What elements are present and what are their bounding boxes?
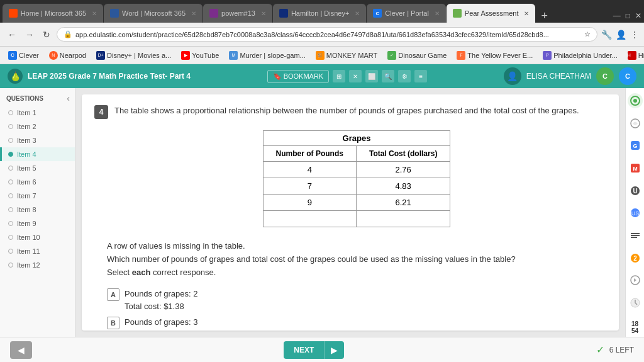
nearpod-icon: N <box>49 51 58 60</box>
item-4-dot <box>8 152 13 157</box>
lines-tool-icon[interactable]: ≡ <box>414 70 427 82</box>
browser-sidebar-icon-5[interactable]: U <box>628 183 643 198</box>
choice-a-letter: A <box>107 288 119 301</box>
sidebar-item-3[interactable]: Item 3 <box>0 133 75 147</box>
sidebar-item-6[interactable]: Item 6 <box>0 175 75 189</box>
user-green-button[interactable]: C <box>596 67 614 85</box>
menu-icon[interactable]: ⋮ <box>630 30 639 40</box>
choice-b[interactable]: B Pounds of grapes: 3 Total cost: $2.53 <box>107 316 606 331</box>
instruction-line-3: Select each correct response. <box>107 266 606 280</box>
svg-text:2: 2 <box>633 255 637 262</box>
browser-sidebar-icon-8[interactable]: 2 <box>628 251 643 266</box>
bookmark-fever[interactable]: F The Yellow Fever E... <box>453 50 536 61</box>
tab-pear[interactable]: Pear Assessment ✕ <box>447 4 536 23</box>
tab-powem[interactable]: powem#13 ✕ <box>203 4 272 23</box>
sidebar-item-12[interactable]: Item 12 <box>0 258 75 272</box>
forward-button[interactable]: → <box>23 28 36 41</box>
app-header: 🍐 LEAP 2025 Grade 7 Math Practice Test- … <box>0 64 644 88</box>
tab-home[interactable]: Home | Microsoft 365 ✕ <box>3 4 103 23</box>
zoom-tool-icon[interactable]: 🔍 <box>382 70 394 82</box>
close-button[interactable]: ✕ <box>635 11 641 20</box>
bookmark-history[interactable]: H History of Yellow F... <box>625 50 644 61</box>
profile-icon[interactable]: 👤 <box>616 30 626 40</box>
item-5-dot <box>8 166 13 171</box>
tab-bar: Home | Microsoft 365 ✕ Word | Microsoft … <box>0 0 644 23</box>
minimize-button[interactable]: — <box>613 11 621 20</box>
tab-word[interactable]: Word | Microsoft 365 ✕ <box>104 4 203 23</box>
tab-hamilton[interactable]: Hamilton | Disney+ ✕ <box>273 4 366 23</box>
bookmark-murder[interactable]: M Murder | slope-gam... <box>226 50 308 61</box>
tab-pear-close[interactable]: ✕ <box>524 10 529 17</box>
sidebar-item-2[interactable]: Item 2 <box>0 120 75 133</box>
philly-icon: P <box>543 51 552 60</box>
col2-header: Total Cost (dollars) <box>356 146 450 162</box>
item-3-label: Item 3 <box>17 137 36 144</box>
choice-b-letter: B <box>107 317 119 329</box>
choice-a-text: Pounds of grapes: 2 Total cost: $1.38 <box>125 288 197 312</box>
tab-word-label: Word | Microsoft 365 <box>122 9 186 17</box>
browser-sidebar-icon-4[interactable]: M <box>628 161 643 176</box>
time-hours: 18 <box>631 320 638 327</box>
browser-sidebar-icon-7[interactable] <box>628 228 643 243</box>
tab-powem-label: powem#13 <box>221 9 255 17</box>
sidebar-item-8[interactable]: Item 8 <box>0 203 75 217</box>
bookmark-clever[interactable]: C Clever <box>5 50 42 61</box>
next-button-group: NEXT ▶ <box>284 341 344 359</box>
tab-hamilton-close[interactable]: ✕ <box>355 10 360 17</box>
bookmark-dino[interactable]: ✓ Dinosaur Game <box>384 50 450 61</box>
sidebar-collapse-button[interactable]: ‹ <box>67 93 70 103</box>
browser-sidebar-icon-1[interactable] <box>628 93 643 108</box>
sidebar-item-9[interactable]: Item 9 <box>0 217 75 230</box>
row3-col2: 6.21 <box>356 195 450 211</box>
grid-tool-icon[interactable]: ⊞ <box>333 70 345 82</box>
settings-tool-icon[interactable]: ⚙ <box>398 70 411 82</box>
address-bar[interactable]: 🔒 app.edulastic.com/student/practice/65d… <box>57 27 597 42</box>
user-blue-button[interactable]: C <box>619 67 636 85</box>
bookmark-button[interactable]: 🔖 BOOKMARK <box>267 70 330 83</box>
star-icon[interactable]: ☆ <box>584 30 591 38</box>
sidebar-item-11[interactable]: Item 11 <box>0 244 75 258</box>
browser-sidebar-icon-2[interactable] <box>628 116 643 131</box>
browser-sidebar-icon-6[interactable]: US <box>628 206 643 221</box>
extensions-icon[interactable]: 🔧 <box>601 30 612 40</box>
browser-sidebar-icon-3[interactable]: G <box>628 138 643 153</box>
tab-clever-close[interactable]: ✕ <box>435 10 440 17</box>
tab-home-close[interactable]: ✕ <box>92 10 97 17</box>
close-tool-icon[interactable]: ✕ <box>349 70 362 82</box>
bookmark-philly[interactable]: P Philadelphia Under... <box>540 50 621 61</box>
table-title: Grapes <box>263 130 451 145</box>
bookmark-nearpod[interactable]: N Nearpod <box>46 50 89 61</box>
row1-col1: 4 <box>263 162 356 178</box>
new-tab-button[interactable]: + <box>536 9 553 23</box>
sidebar-item-10[interactable]: Item 10 <box>0 230 75 244</box>
maximize-button[interactable]: □ <box>626 11 630 20</box>
item-9-label: Item 9 <box>17 220 36 227</box>
bookmark-youtube[interactable]: ▶ YouTube <box>178 50 222 61</box>
tab-powem-close[interactable]: ✕ <box>261 10 266 17</box>
items-left-count: 6 LEFT <box>609 346 634 354</box>
main-layout: QUESTIONS ‹ Item 1 Item 2 Item 3 Item 4 … <box>0 88 644 337</box>
bookmark-disney[interactable]: D+ Disney+ | Movies a... <box>93 50 174 61</box>
bookmark-clever-label: Clever <box>19 52 39 59</box>
next-button[interactable]: NEXT <box>284 341 324 359</box>
browser-sidebar-icon-9[interactable] <box>628 273 643 288</box>
sidebar-item-1[interactable]: Item 1 <box>0 106 75 120</box>
youtube-icon: ▶ <box>181 51 190 60</box>
choice-a[interactable]: A Pounds of grapes: 2 Total cost: $1.38 <box>107 288 606 312</box>
sidebar-item-7[interactable]: Item 7 <box>0 189 75 203</box>
browser-sidebar-icon-10[interactable] <box>628 295 643 310</box>
clever-icon: C <box>8 51 17 60</box>
svg-rect-13 <box>631 237 637 238</box>
time-minutes: 54 <box>631 327 638 334</box>
next-arrow-button[interactable]: ▶ <box>324 341 344 359</box>
bookmark-disney-label: Disney+ | Movies a... <box>107 52 171 59</box>
back-button[interactable]: ← <box>5 28 19 41</box>
sidebar-item-5[interactable]: Item 5 <box>0 161 75 175</box>
tab-word-close[interactable]: ✕ <box>191 10 196 17</box>
tab-clever[interactable]: C Clever | Portal ✕ <box>367 4 446 23</box>
prev-button[interactable]: ◀ <box>10 341 32 359</box>
bookmark-monkey[interactable]: 🐒 MONKEY MART <box>313 50 381 61</box>
expand-tool-icon[interactable]: ⬜ <box>365 70 378 82</box>
reload-button[interactable]: ↻ <box>40 28 53 41</box>
sidebar-item-4[interactable]: Item 4 <box>0 147 75 161</box>
